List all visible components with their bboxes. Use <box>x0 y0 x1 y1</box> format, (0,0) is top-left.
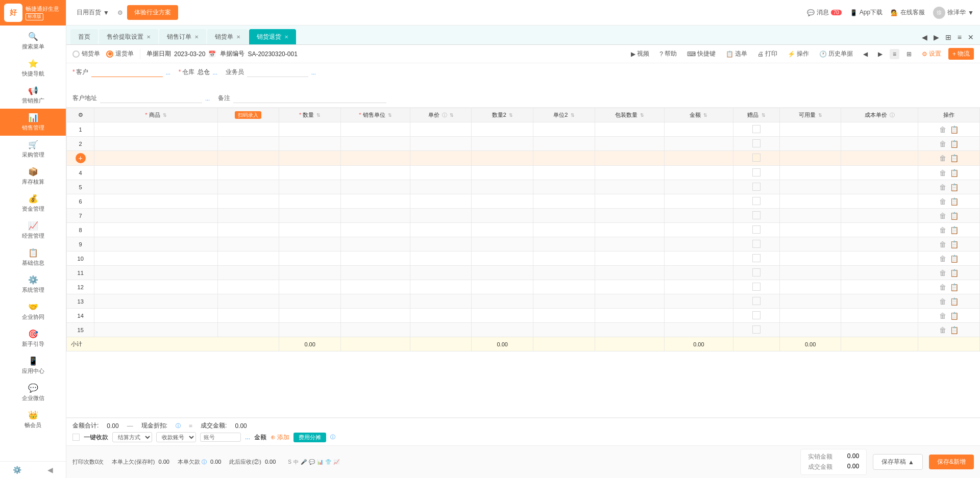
sidebar-item-newbie[interactable]: 🎯 新手引导 <box>0 325 66 352</box>
pkg-cell[interactable] <box>595 180 664 194</box>
unit2-cell[interactable] <box>533 251 595 266</box>
qty-cell[interactable] <box>279 180 341 194</box>
qty-cell[interactable] <box>279 294 341 309</box>
price-cell[interactable] <box>410 309 472 323</box>
delete-row-btn[interactable]: 🗑 <box>939 240 946 248</box>
help-btn[interactable]: ? 帮助 <box>656 48 680 60</box>
unit-cell[interactable] <box>340 237 410 251</box>
logistics-btn[interactable]: + 物流 <box>948 48 974 60</box>
pkg-cell[interactable] <box>595 194 664 209</box>
tab-close-sales-order[interactable]: ✕ <box>194 34 199 40</box>
price-cell[interactable] <box>410 237 472 251</box>
unit-cell[interactable] <box>340 280 410 294</box>
delete-row-btn[interactable]: 🗑 <box>939 125 946 134</box>
price-cell[interactable] <box>410 194 472 209</box>
pkg-cell[interactable] <box>595 223 664 237</box>
qty2-cell[interactable] <box>472 166 533 180</box>
qty-cell[interactable] <box>279 309 341 323</box>
copy-row-btn[interactable]: 📋 <box>950 312 959 320</box>
product-cell[interactable] <box>94 180 217 194</box>
scan-btn[interactable]: 扫码录入 <box>235 111 261 119</box>
unit-cell[interactable] <box>340 323 410 337</box>
price-cell-active[interactable] <box>410 151 472 166</box>
delete-row-btn[interactable]: 🗑 <box>939 140 946 148</box>
tab-close-sales-delivery[interactable]: ✕ <box>236 34 240 40</box>
message-btn[interactable]: 💬 消息 70 <box>807 8 842 17</box>
product-input-active[interactable] <box>97 155 214 161</box>
save-new-btn[interactable]: 保存&新增 <box>929 455 974 469</box>
qty2-cell[interactable] <box>472 137 533 151</box>
copy-row-btn[interactable]: 📋 <box>950 125 959 134</box>
qty-cell[interactable] <box>279 166 341 180</box>
prev-doc-btn[interactable]: ◀ <box>860 49 871 59</box>
operations-btn[interactable]: ⚡ 操作 <box>785 48 812 60</box>
unit-cell-active[interactable] <box>340 151 410 166</box>
tab-sales-delivery[interactable]: 销货单 ✕ <box>207 29 248 44</box>
qty2-cell[interactable] <box>472 223 533 237</box>
sidebar-item-quick-nav[interactable]: ⭐ 快捷导航 <box>0 55 66 82</box>
delete-row-btn[interactable]: 🗑 <box>939 312 946 320</box>
video-btn[interactable]: ▶ 视频 <box>628 48 652 60</box>
settlement-select[interactable]: 结算方式 <box>112 432 152 442</box>
user-profile[interactable]: 徐 徐泽华 ▼ <box>933 7 974 19</box>
qty-cell[interactable] <box>279 237 341 251</box>
sidebar-item-enterprise[interactable]: 🤝 企业协同 <box>0 298 66 325</box>
copy-row-btn[interactable]: 📋 <box>950 283 959 291</box>
sidebar-item-finance[interactable]: 💰 资金管理 <box>0 190 66 217</box>
unit2-cell[interactable] <box>533 194 595 209</box>
add-row-btn[interactable]: + <box>76 153 86 163</box>
sidebar-item-system[interactable]: ⚙️ 系统管理 <box>0 271 66 298</box>
sidebar-item-apps[interactable]: 📱 应用中心 <box>0 352 66 379</box>
product-cell[interactable] <box>94 209 217 223</box>
app-download-btn[interactable]: 📱 App下载 <box>850 8 883 17</box>
price-cell[interactable] <box>410 122 472 137</box>
gift-checkbox[interactable] <box>752 297 761 305</box>
cost-info-icon[interactable]: ⓘ <box>890 112 895 118</box>
unit-cell[interactable] <box>340 309 410 323</box>
one-click-payment-checkbox[interactable] <box>72 434 80 441</box>
unit2-cell[interactable] <box>533 137 595 151</box>
delete-row-btn[interactable]: 🗑 <box>939 183 946 191</box>
price-cell[interactable] <box>410 323 472 337</box>
price-info-icon[interactable]: ⓘ <box>442 112 447 118</box>
sidebar-item-purchase[interactable]: 🛒 采购管理 <box>0 136 66 163</box>
pkg-cell[interactable] <box>595 166 664 180</box>
product-cell-active[interactable] <box>94 151 217 166</box>
account-select[interactable]: 收款账号 <box>156 432 196 442</box>
qty-cell[interactable] <box>279 280 341 294</box>
tab-next-btn[interactable]: ▶ <box>932 32 941 42</box>
delete-row-btn[interactable]: 🗑 <box>939 255 946 263</box>
gift-checkbox[interactable] <box>752 240 761 248</box>
product-cell[interactable] <box>94 122 217 137</box>
unit2-cell[interactable] <box>533 180 595 194</box>
daily-goods-selector[interactable]: 日用百货 ▼ <box>72 6 113 19</box>
unit-cell[interactable] <box>340 223 410 237</box>
price-cell[interactable] <box>410 137 472 151</box>
settings-gear-icon[interactable]: ⚙ <box>117 9 123 16</box>
status2-info[interactable]: ⓘ <box>202 459 207 465</box>
experience-btn[interactable]: 体验行业方案 <box>127 5 178 20</box>
next-doc-btn[interactable]: ▶ <box>875 49 886 59</box>
tab-sales-return[interactable]: 销货退货 ✕ <box>249 29 296 44</box>
qty2-cell[interactable] <box>472 122 533 137</box>
gift-checkbox[interactable] <box>752 197 761 205</box>
copy-row-btn[interactable]: 📋 <box>950 140 959 148</box>
qty2-cell[interactable] <box>472 251 533 266</box>
qty2-cell[interactable] <box>472 309 533 323</box>
copy-row-btn[interactable]: 📋 <box>950 255 959 263</box>
th-settings[interactable]: ⚙ <box>67 108 94 122</box>
pkg-cell[interactable] <box>595 266 664 280</box>
copy-row-btn[interactable]: 📋 <box>950 297 959 306</box>
gift-checkbox[interactable] <box>752 125 761 133</box>
copy-row-btn[interactable]: 📋 <box>950 169 959 177</box>
settings-bottom-btn[interactable]: ⚙️ <box>13 466 21 474</box>
pkg-cell[interactable] <box>595 309 664 323</box>
online-service-btn[interactable]: 💁 在线客服 <box>891 8 925 17</box>
copy-row-btn[interactable]: 📋 <box>950 226 959 234</box>
gift-checkbox[interactable] <box>752 225 761 234</box>
account-input[interactable] <box>200 433 241 442</box>
product-cell[interactable] <box>94 223 217 237</box>
price-cell[interactable] <box>410 209 472 223</box>
qty2-cell[interactable] <box>472 266 533 280</box>
radio-return[interactable]: 退货单 <box>106 49 134 58</box>
